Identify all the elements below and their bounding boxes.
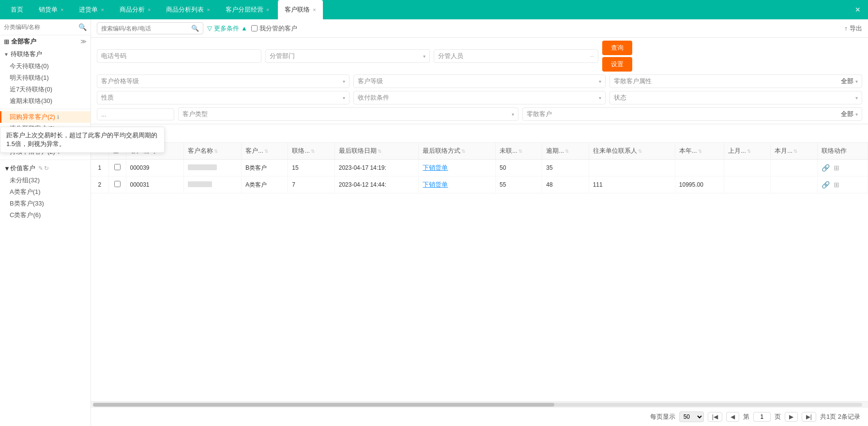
unpaid-count: 50 (495, 160, 542, 176)
payment-filter[interactable]: 收付款条件 ▾ (353, 91, 606, 104)
this-year-amount (675, 160, 724, 176)
action-cell: 🔗 ⊞ (817, 176, 868, 193)
main-layout: 🔍 ⊞ 全部客户 ≫ ▼ 待联络客户 今天待联络(0) 明天待联络(1) 近7天… (0, 19, 868, 426)
refresh-icon[interactable]: ↻ (44, 165, 49, 172)
price-level-filter[interactable]: 客户价格等级 ▾ (97, 74, 350, 88)
next-page-button[interactable]: ▶ (785, 412, 798, 422)
retail-attr-filter[interactable]: 零散客户属性 全部 ▾ (609, 74, 862, 88)
sort-icon[interactable]: ⇅ (793, 148, 797, 154)
sort-icon[interactable]: ⇅ (311, 148, 315, 154)
query-button[interactable]: 查询 (602, 41, 632, 55)
tab-sales-order[interactable]: 销货单 × (32, 0, 70, 19)
sort-icon[interactable]: ⇅ (518, 148, 522, 154)
close-icon[interactable]: × (148, 7, 151, 13)
sort-icon[interactable]: ⇅ (638, 148, 642, 154)
last-contact-method[interactable]: 下销货单 (419, 176, 496, 193)
search-box[interactable]: 🔍 (97, 22, 203, 34)
gender-filter[interactable]: 性质 ▾ (97, 91, 350, 104)
tab-home[interactable]: 首页 (4, 0, 30, 19)
overdue-count: 48 (542, 176, 589, 193)
last-contact-date: 2023-04-12 14:44: (335, 176, 419, 193)
customer-name (183, 160, 241, 176)
staff-filter[interactable]: 分管人员 ··· (434, 49, 598, 63)
sidebar-item-a-class[interactable]: A类客户(1) (0, 186, 91, 198)
table-area[interactable]: 客户编码 ⇅ 客户名称 ⇅ 客户... (91, 143, 868, 401)
last-contact-method[interactable]: 下销货单 (419, 160, 496, 176)
tab-product-analysis-list[interactable]: 商品分析列表 × (159, 0, 216, 19)
search-icon[interactable]: 🔍 (191, 25, 199, 32)
sidebar-item-ungrouped[interactable]: 未分组(32) (0, 175, 91, 186)
sidebar-group-value[interactable]: ▼ 价值客户 ✎ ↻ (0, 162, 91, 175)
sort-icon[interactable]: ⇅ (378, 148, 381, 154)
close-icon[interactable]: × (266, 7, 269, 13)
customer-level-filter[interactable]: 客户等级 ▾ (353, 74, 606, 88)
last-page-button[interactable]: ▶| (802, 412, 816, 422)
sort-icon[interactable]: ⇅ (214, 148, 218, 154)
filter-bar: 🔍 ▽ 更多条件 ▲ 我分管的客户 ↑ 导出 (91, 19, 868, 38)
chevron-down-icon: ▾ (343, 79, 345, 84)
sort-icon[interactable]: ⇅ (747, 148, 751, 154)
sort-icon[interactable]: ⇅ (461, 148, 465, 154)
row-checkbox[interactable] (108, 160, 126, 176)
my-customers-check-input[interactable] (251, 25, 258, 31)
retail-customer-filter[interactable]: 零散客户 全部 ▾ (522, 107, 863, 121)
tab-customer-contact[interactable]: 客户联络 × (278, 0, 322, 19)
export-button[interactable]: ↑ 导出 (845, 24, 863, 33)
close-icon[interactable]: × (61, 7, 63, 13)
sidebar-item-tomorrow[interactable]: 明天待联络(1) (0, 72, 91, 84)
close-icon[interactable]: × (101, 7, 104, 13)
window-close-button[interactable]: × (851, 5, 864, 15)
link-icon[interactable]: 🔗 (822, 181, 830, 189)
tab-customer-segmentation[interactable]: 客户分层经营 × (219, 0, 276, 19)
link-icon[interactable]: 🔗 (822, 164, 830, 172)
customer-type-filter[interactable]: 客户类型 ▾ (178, 107, 518, 121)
my-customers-checkbox[interactable]: 我分管的客户 (251, 24, 297, 33)
dept-filter[interactable]: 分管部门 ▾ (265, 49, 430, 63)
filter-row-2: 客户价格等级 ▾ 客户等级 ▾ 零散客户属性 全部 ▾ (97, 74, 862, 88)
sidebar-item-7days[interactable]: 近7天待联络(0) (0, 84, 91, 95)
sidebar-item-overdue[interactable]: 逾期未联络(30) (0, 95, 91, 107)
more-dots-filter[interactable]: ... (97, 108, 174, 120)
customer-type: B类客户 (242, 160, 288, 176)
collapse-icon[interactable]: ≫ (80, 38, 87, 45)
row-checkbox[interactable] (108, 176, 126, 193)
th-last-method: 最后联络方式 ⇅ (419, 143, 496, 160)
tooltip-box: 距客户上次交易时长，超过了此客户的平均交易周期的1.5倍，则视为异常。 (0, 127, 165, 153)
grid-action-icon[interactable]: ⊞ (834, 164, 839, 172)
sort-icon[interactable]: ⇅ (264, 148, 268, 154)
edit-icon[interactable]: ✎ (38, 165, 43, 172)
search-icon[interactable]: 🔍 (78, 23, 87, 31)
action-buttons: 查询 设置 (602, 41, 632, 72)
sidebar-group-pending[interactable]: ▼ 待联络客户 (0, 48, 91, 60)
top-navigation: 首页 销货单 × 进货单 × 商品分析 × 商品分析列表 × 客户分层经营 × … (0, 0, 868, 19)
sort-icon[interactable]: ⇅ (565, 148, 569, 154)
sidebar-item-b-class[interactable]: B类客户(33) (0, 198, 91, 209)
category-search-input[interactable] (4, 24, 78, 30)
tab-purchase-order[interactable]: 进货单 × (72, 0, 110, 19)
horizontal-scrollbar[interactable] (91, 401, 868, 407)
prev-page-button[interactable]: ◀ (726, 412, 739, 422)
row-select-checkbox[interactable] (114, 164, 121, 170)
grid-action-icon[interactable]: ⊞ (834, 181, 839, 189)
status-filter[interactable]: 状态 ▾ (609, 91, 862, 104)
phone-filter[interactable]: 电话号码 (97, 49, 261, 63)
first-page-button[interactable]: |◀ (708, 412, 722, 422)
close-icon[interactable]: × (207, 7, 210, 13)
sidebar-item-repeat-purchase[interactable]: 回购异常客户(2) ℹ (0, 111, 91, 123)
sidebar-item-c-class[interactable]: C类客户(6) (0, 209, 91, 221)
main-search-input[interactable] (101, 25, 191, 32)
sidebar-item-today[interactable]: 今天待联络(0) (0, 60, 91, 72)
sidebar-all-customers[interactable]: ⊞ 全部客户 ≫ (0, 35, 91, 48)
sidebar-search-box[interactable]: 🔍 (0, 19, 91, 35)
tab-product-analysis[interactable]: 商品分析 × (113, 0, 157, 19)
page-number-input[interactable] (753, 412, 771, 422)
row-select-checkbox[interactable] (114, 181, 121, 187)
customer-code: 000039 (126, 160, 183, 176)
th-overdue: 逾期... ⇅ (542, 143, 589, 160)
sidebar: 🔍 ⊞ 全部客户 ≫ ▼ 待联络客户 今天待联络(0) 明天待联络(1) 近7天… (0, 19, 91, 426)
close-icon[interactable]: × (313, 7, 316, 13)
more-conditions-button[interactable]: ▽ 更多条件 ▲ (207, 24, 247, 33)
settings-button[interactable]: 设置 (602, 57, 632, 72)
page-size-select[interactable]: 50 100 200 (679, 411, 704, 422)
sort-icon[interactable]: ⇅ (698, 148, 702, 154)
